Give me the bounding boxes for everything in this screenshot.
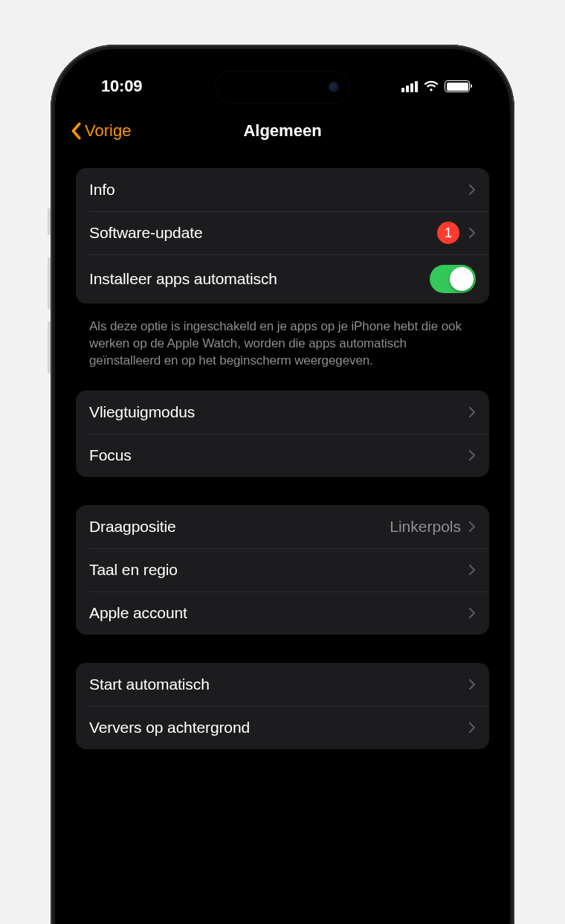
row-background-refresh[interactable]: Ververs op achtergrond — [76, 706, 489, 749]
screen: 10:09 Vorige Algemeen Info — [62, 57, 503, 924]
chevron-left-icon — [70, 122, 82, 140]
row-auto-start[interactable]: Start automatisch — [76, 663, 489, 706]
row-label: Vliegtuigmodus — [89, 403, 468, 421]
row-label: Draagpositie — [89, 518, 390, 536]
row-label: Ververs op achtergrond — [89, 719, 468, 737]
chevron-right-icon — [468, 406, 476, 418]
row-install-auto: Installeer apps automatisch — [76, 254, 489, 304]
toggle-knob — [450, 267, 474, 291]
status-time: 10:09 — [92, 77, 142, 96]
chevron-right-icon — [468, 607, 476, 619]
settings-content[interactable]: Info Software-update 1 Installeer apps a… — [62, 168, 503, 924]
row-airplane-mode[interactable]: Vliegtuigmodus — [76, 391, 489, 434]
row-language-region[interactable]: Taal en regio — [76, 548, 489, 591]
row-label: Taal en regio — [89, 561, 468, 579]
row-label: Info — [89, 181, 468, 199]
notification-badge: 1 — [437, 222, 459, 244]
row-label: Software-update — [89, 224, 437, 242]
camera-icon — [329, 82, 339, 92]
chevron-right-icon — [468, 678, 476, 690]
cellular-icon — [401, 80, 418, 92]
chevron-right-icon — [468, 449, 476, 461]
row-value: Linkerpols — [390, 518, 461, 536]
row-focus[interactable]: Focus — [76, 434, 489, 477]
settings-group-2: Vliegtuigmodus Focus — [76, 391, 489, 477]
settings-group-1: Info Software-update 1 Installeer apps a… — [76, 168, 489, 304]
navigation-bar: Vorige Algemeen — [62, 115, 503, 147]
row-label: Installeer apps automatisch — [89, 270, 430, 288]
row-label: Apple account — [89, 604, 468, 622]
row-apple-account[interactable]: Apple account — [76, 591, 489, 635]
phone-frame: 10:09 Vorige Algemeen Info — [51, 45, 514, 924]
settings-group-3: Draagpositie Linkerpols Taal en regio Ap… — [76, 505, 489, 635]
wifi-icon — [423, 80, 439, 92]
group-footer: Als deze optie is ingeschakeld en je app… — [76, 311, 489, 391]
row-wrist-position[interactable]: Draagpositie Linkerpols — [76, 505, 489, 548]
chevron-right-icon — [468, 227, 476, 239]
row-label: Focus — [89, 446, 468, 464]
battery-icon — [445, 80, 470, 92]
chevron-right-icon — [468, 722, 476, 734]
back-label: Vorige — [85, 121, 131, 141]
chevron-right-icon — [468, 564, 476, 576]
row-info[interactable]: Info — [76, 168, 489, 211]
dynamic-island — [216, 71, 349, 103]
settings-group-4: Start automatisch Ververs op achtergrond — [76, 663, 489, 749]
row-software-update[interactable]: Software-update 1 — [76, 211, 489, 254]
chevron-right-icon — [468, 521, 476, 533]
toggle-install-auto[interactable] — [430, 265, 476, 293]
chevron-right-icon — [468, 184, 476, 196]
back-button[interactable]: Vorige — [70, 121, 131, 141]
row-label: Start automatisch — [89, 676, 468, 693]
